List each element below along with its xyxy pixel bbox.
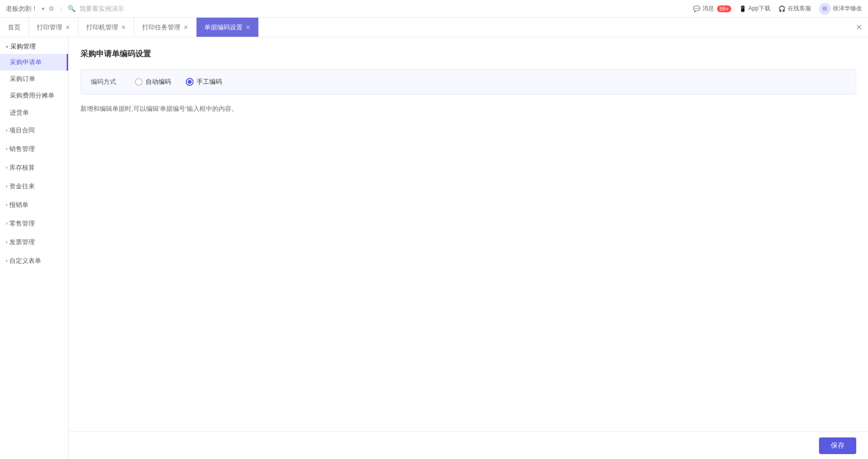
- sidebar-group-custom-form[interactable]: › 自定义表单: [0, 252, 68, 270]
- chevron-right-icon: ›: [6, 202, 7, 207]
- sidebar-group-retail[interactable]: › 零售管理: [0, 214, 68, 233]
- manual-coding-label: 手工编码: [197, 77, 222, 86]
- tab-print-manage-label: 打印管理: [37, 23, 62, 32]
- main-layout: ▾ 采购管理 采购申请单 采购订单 采购费用分摊单 进货单 › 项目合同 › 销…: [0, 37, 868, 459]
- tab-single-code-label: 单据编码设置: [204, 23, 243, 32]
- tab-home[interactable]: 首页: [0, 18, 29, 37]
- phone-icon: 📱: [739, 5, 746, 12]
- top-bar-left: 老板勿割！ ▾ ⚙ | 🔍 我要看实例演示: [6, 4, 124, 13]
- gear-icon[interactable]: ⚙: [49, 5, 54, 12]
- message-badge: 99+: [717, 5, 731, 12]
- top-bar: 老板勿割！ ▾ ⚙ | 🔍 我要看实例演示 💬 消息 99+ 📱 App下载 🎧…: [0, 0, 868, 18]
- chevron-down-icon: ▾: [6, 44, 8, 50]
- tab-print-task-label: 打印任务管理: [142, 23, 180, 32]
- chevron-down-icon[interactable]: ▾: [42, 5, 45, 12]
- auto-coding-label: 自动编码: [146, 77, 171, 86]
- sidebar-item-purchase-request[interactable]: 采购申请单: [0, 54, 68, 71]
- online-service-button[interactable]: 🎧 在线客服: [778, 4, 811, 13]
- sidebar-group-purchase[interactable]: ▾ 采购管理: [0, 37, 68, 54]
- sidebar-group-expense[interactable]: › 报销单: [0, 196, 68, 214]
- sidebar-group-invoice-label: 发票管理: [9, 238, 35, 247]
- sidebar-group-expense-label: 报销单: [9, 201, 28, 209]
- tab-print-manage-close[interactable]: ✕: [65, 24, 70, 31]
- tab-print-task[interactable]: 打印任务管理 ✕: [134, 18, 197, 37]
- tab-print-task-close[interactable]: ✕: [183, 24, 188, 31]
- hint-text: 新增和编辑单据时,可以编辑'单据编号'输入框中的内容。: [80, 104, 856, 113]
- chevron-right-icon: ›: [6, 258, 7, 263]
- app-title: 老板勿割！: [6, 4, 38, 13]
- manual-coding-option[interactable]: 手工编码: [186, 77, 222, 86]
- sidebar-group-contract[interactable]: › 项目合同: [0, 121, 68, 140]
- chevron-right-icon: ›: [6, 221, 7, 226]
- tab-printer-manage[interactable]: 打印机管理 ✕: [78, 18, 134, 37]
- sidebar-group-inventory-label: 库存核算: [9, 163, 35, 172]
- sidebar-group-finance[interactable]: › 资金往来: [0, 177, 68, 196]
- auto-coding-option[interactable]: 自动编码: [135, 77, 171, 86]
- tab-print-manage[interactable]: 打印管理 ✕: [29, 18, 78, 37]
- chevron-right-icon: ›: [6, 165, 7, 170]
- chevron-right-icon: ›: [6, 183, 7, 189]
- app-download-button[interactable]: 📱 App下载: [739, 4, 770, 13]
- message-icon: 💬: [693, 5, 700, 12]
- search-icon: 🔍: [68, 5, 75, 12]
- chevron-right-icon: ›: [6, 239, 7, 245]
- sidebar-group-sales-label: 销售管理: [9, 145, 35, 153]
- tab-single-code[interactable]: 单据编码设置 ✕: [197, 18, 259, 37]
- auto-coding-radio[interactable]: [135, 78, 143, 86]
- tab-single-code-close[interactable]: ✕: [246, 24, 250, 31]
- tab-printer-manage-close[interactable]: ✕: [121, 24, 126, 31]
- coding-label: 编码方式: [91, 77, 120, 86]
- bottom-bar: 保存: [69, 432, 868, 459]
- sidebar-group-inventory[interactable]: › 库存核算: [0, 158, 68, 177]
- message-button[interactable]: 💬 消息 99+: [693, 4, 731, 13]
- avatar: 徐: [819, 3, 831, 15]
- page-title: 采购申请单编码设置: [80, 49, 856, 59]
- headset-icon: 🎧: [778, 5, 786, 12]
- sidebar: ▾ 采购管理 采购申请单 采购订单 采购费用分摊单 进货单 › 项目合同 › 销…: [0, 37, 69, 459]
- top-bar-right: 💬 消息 99+ 📱 App下载 🎧 在线客服 徐 徐泽华修改: [693, 3, 862, 15]
- search-placeholder[interactable]: 我要看实例演示: [79, 4, 124, 13]
- tab-home-label: 首页: [8, 23, 21, 32]
- sidebar-item-purchase-expense[interactable]: 采购费用分摊单: [0, 87, 68, 104]
- sidebar-group-custom-form-label: 自定义表单: [9, 256, 41, 265]
- manual-coding-radio[interactable]: [186, 78, 194, 86]
- sidebar-group-finance-label: 资金往来: [9, 182, 35, 191]
- sidebar-group-contract-label: 项目合同: [9, 126, 35, 135]
- coding-section: 编码方式 自动编码 手工编码: [80, 69, 856, 95]
- coding-row: 编码方式 自动编码 手工编码: [91, 77, 846, 86]
- user-menu[interactable]: 徐 徐泽华修改: [819, 3, 862, 15]
- sidebar-group-invoice[interactable]: › 发票管理: [0, 233, 68, 252]
- content-inner: 采购申请单编码设置 编码方式 自动编码 手工编码 新增和编辑单据时,可以编辑'单…: [69, 37, 868, 432]
- chevron-right-icon: ›: [6, 128, 7, 133]
- chevron-right-icon: ›: [6, 146, 7, 152]
- sidebar-group-purchase-label: 采购管理: [10, 42, 36, 51]
- tab-printer-manage-label: 打印机管理: [86, 23, 118, 32]
- sidebar-group-sales[interactable]: › 销售管理: [0, 140, 68, 158]
- tab-bar: 首页 打印管理 ✕ 打印机管理 ✕ 打印任务管理 ✕ 单据编码设置 ✕ ✕: [0, 18, 868, 37]
- sidebar-group-retail-label: 零售管理: [9, 219, 35, 228]
- content-area: 采购申请单编码设置 编码方式 自动编码 手工编码 新增和编辑单据时,可以编辑'单…: [69, 37, 868, 459]
- sidebar-item-stock-in[interactable]: 进货单: [0, 104, 68, 121]
- tab-bar-close-all[interactable]: ✕: [850, 18, 868, 37]
- save-button[interactable]: 保存: [819, 437, 856, 454]
- sidebar-item-purchase-order[interactable]: 采购订单: [0, 71, 68, 87]
